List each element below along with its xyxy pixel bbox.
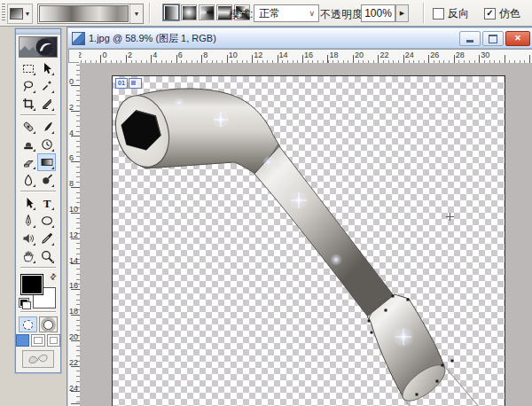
- zoom-tool[interactable]: [37, 247, 56, 265]
- minimize-button[interactable]: [459, 31, 481, 46]
- tool-preset-picker[interactable]: ▼: [7, 4, 33, 24]
- swap-colors-icon[interactable]: ⇄: [48, 271, 59, 282]
- opacity-value: 100%: [364, 7, 392, 20]
- pen-tool[interactable]: [19, 212, 37, 230]
- h-ruler-number: 24: [405, 51, 414, 59]
- type-tool[interactable]: T: [37, 194, 56, 212]
- hand-tool[interactable]: [19, 247, 37, 265]
- h-ruler-number: 4: [153, 51, 157, 59]
- maximize-button[interactable]: [482, 31, 504, 46]
- h-ruler-number: 14: [279, 51, 288, 59]
- pasteboard: 01: [80, 63, 532, 406]
- rectangular-marquee-tool[interactable]: [19, 59, 37, 77]
- minimize-icon: [466, 40, 473, 43]
- fullscreen-menubar-button[interactable]: [31, 334, 44, 347]
- mode-label: 模式:: [229, 7, 253, 22]
- opacity-input[interactable]: 100%: [361, 4, 395, 22]
- close-button[interactable]: ✕: [505, 31, 530, 46]
- dodge-icon: [40, 173, 54, 187]
- blend-mode-select[interactable]: 正常 ∨: [254, 4, 319, 22]
- v-ruler-number: 16: [69, 281, 78, 290]
- opacity-slider-button[interactable]: ▶: [395, 4, 409, 22]
- gradient-type-angle-button[interactable]: [199, 4, 215, 20]
- quick-mask-button[interactable]: [39, 316, 58, 332]
- document-titlebar[interactable]: 1.jpg @ 58.9% (图层 1, RGB) ✕: [68, 28, 532, 49]
- brush-tool[interactable]: [37, 118, 56, 136]
- checkbox-unchecked-icon[interactable]: [433, 8, 444, 20]
- type-icon: T: [40, 196, 54, 210]
- canvas[interactable]: 01: [112, 75, 505, 406]
- maximize-icon: [489, 35, 497, 43]
- option-checkbox[interactable]: ✓仿色: [484, 6, 520, 21]
- standard-mode-button[interactable]: [19, 316, 37, 332]
- blur-tool[interactable]: [19, 171, 37, 189]
- zoom-icon: [40, 249, 54, 263]
- slice-icon: [40, 97, 54, 111]
- slice-number: 01: [115, 78, 128, 89]
- jump-to-imageready-button[interactable]: [22, 350, 54, 368]
- crop-tool[interactable]: [19, 95, 37, 113]
- option-checkbox[interactable]: 反向: [433, 6, 469, 21]
- standard-screen-button[interactable]: [16, 334, 29, 347]
- checkbox-label: 仿色: [499, 6, 520, 21]
- blur-icon: [21, 173, 35, 187]
- eraser-tool[interactable]: [19, 153, 37, 171]
- history-brush-tool[interactable]: [37, 136, 56, 153]
- h-ruler-number: 6: [178, 51, 183, 59]
- toolbox-titlebar[interactable]: [16, 29, 60, 35]
- slice-badge: 01: [115, 78, 142, 89]
- vertical-ruler[interactable]: 024681012141618202224: [68, 63, 81, 406]
- v-ruler-number: 6: [69, 153, 74, 162]
- clone-stamp-tool[interactable]: [19, 136, 37, 153]
- lasso-icon: [21, 79, 35, 93]
- fullscreen-menubar-icon: [34, 337, 42, 344]
- eyedropper-tool[interactable]: [37, 230, 56, 247]
- separator: [20, 267, 56, 269]
- gradient-type-radial-button[interactable]: [181, 4, 197, 20]
- feather-logo-icon: [20, 37, 57, 57]
- photoshop-app: { "options_bar": { "mode_label": "模式:", …: [0, 0, 532, 406]
- move-icon: [40, 61, 54, 75]
- document-window: 1.jpg @ 58.9% (图层 1, RGB) ✕ 202468101214…: [66, 27, 532, 406]
- path-selection-tool[interactable]: [19, 194, 37, 212]
- healing-brush-tool[interactable]: [19, 118, 37, 136]
- separator: [149, 3, 151, 23]
- quick-mask-icon: [43, 320, 53, 330]
- gradient-type-linear-button[interactable]: [163, 4, 179, 20]
- photoshop-banner[interactable]: [19, 36, 58, 58]
- gradient-preview-bar[interactable]: [39, 5, 129, 22]
- checkbox-checked-icon[interactable]: ✓: [484, 8, 496, 20]
- h-ruler-number: 2: [128, 51, 132, 59]
- v-ruler-number: 8: [69, 179, 74, 188]
- v-ruler-number: 18: [69, 307, 78, 316]
- dodge-tool[interactable]: [37, 171, 56, 189]
- v-ruler-number: 20: [69, 332, 78, 341]
- slice-type-icon: [129, 78, 142, 89]
- separator: [20, 191, 56, 192]
- move-tool[interactable]: [37, 59, 56, 77]
- gradient-preset-thumb: [10, 8, 23, 20]
- h-ruler-number: 30: [481, 51, 489, 59]
- lasso-tool[interactable]: [19, 77, 37, 95]
- gradient-tool[interactable]: [37, 153, 56, 171]
- shape-tool[interactable]: [37, 212, 56, 230]
- opacity-label: 不透明度:: [320, 7, 365, 22]
- slice-tool[interactable]: [37, 95, 56, 113]
- rectangular-marquee-icon: [21, 61, 35, 75]
- foreground-color-swatch[interactable]: [20, 274, 43, 295]
- screen-mode-row: [16, 334, 60, 347]
- toolbox-palette: T ⇄: [15, 28, 61, 373]
- gradient-preview-picker[interactable]: ▼: [37, 4, 144, 24]
- magic-wand-tool[interactable]: [37, 77, 56, 95]
- default-background: [22, 301, 31, 309]
- audio-annotation-tool[interactable]: [19, 230, 37, 247]
- options-bar-grabber[interactable]: [2, 4, 5, 22]
- chevron-down-icon: ▼: [134, 11, 140, 17]
- options-checkbox-row: 反向✓仿色✓透明: [433, 6, 532, 21]
- gradient-dropdown-button[interactable]: ▼: [129, 4, 143, 23]
- default-colors-icon[interactable]: [20, 299, 31, 309]
- hand-icon: [21, 249, 35, 263]
- document-title: 1.jpg @ 58.9% (图层 1, RGB): [89, 32, 216, 45]
- fullscreen-button[interactable]: [47, 334, 60, 347]
- healing-brush-icon: [21, 120, 35, 134]
